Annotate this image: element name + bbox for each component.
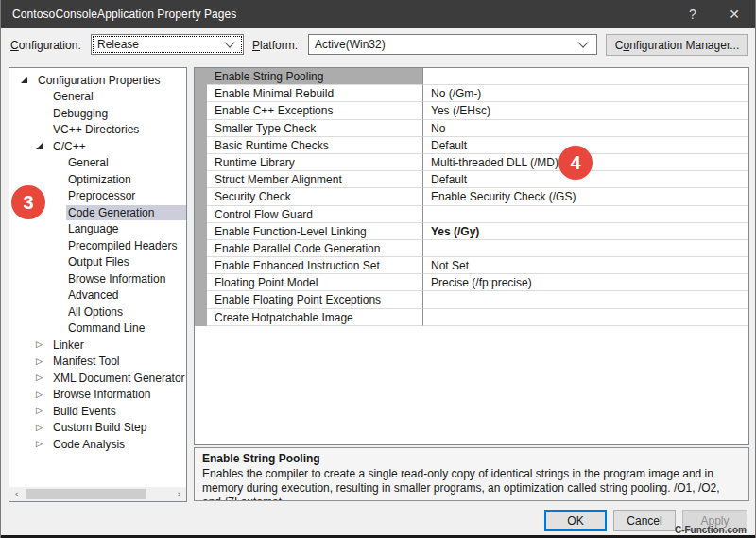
tree-item-label: Command Line [66, 321, 186, 336]
expander-expanded-icon[interactable] [21, 77, 36, 83]
tree-item-label: Advanced [66, 287, 186, 303]
tree-item-label: General [51, 89, 186, 104]
tree-item-general[interactable]: General [9, 155, 186, 172]
step-badge-3: 3 [11, 185, 45, 219]
scroll-left-icon[interactable]: ‹ [9, 487, 24, 501]
property-value[interactable] [422, 68, 748, 85]
grid-row-enable-function-level-linking[interactable]: Enable Function-Level LinkingYes (/Gy) [195, 223, 748, 240]
grid-row-control-flow-guard[interactable]: Control Flow Guard [195, 206, 748, 223]
property-name: Create Hotpatchable Image [195, 309, 422, 326]
property-value[interactable]: Precise (/fp:precise) [422, 274, 748, 291]
configuration-tree-panel: Configuration PropertiesGeneralDebugging… [9, 67, 187, 502]
grid-row-basic-runtime-checks[interactable]: Basic Runtime ChecksDefault [195, 137, 748, 154]
expander-collapsed-icon[interactable]: ▷ [36, 340, 51, 349]
expander-collapsed-icon[interactable]: ▷ [36, 440, 51, 448]
grid-left-margin [195, 68, 207, 326]
tree-item-optimization[interactable]: Optimization [9, 171, 186, 188]
tree-item-label: Preprocessor [66, 188, 186, 203]
expander-collapsed-icon[interactable]: ▷ [36, 373, 51, 382]
tree-item-label: Manifest Tool [51, 354, 186, 369]
tree-item-label: Optimization [66, 172, 186, 187]
tree-item-xml-document-generator[interactable]: ▷XML Document Generator [9, 370, 186, 387]
configuration-manager-button[interactable]: Configuration Manager... [606, 34, 748, 56]
tree-item-general[interactable]: General [9, 89, 186, 106]
tree-horizontal-scrollbar[interactable]: ‹ › [9, 487, 186, 501]
cancel-button[interactable]: Cancel [613, 510, 676, 531]
property-name: Basic Runtime Checks [195, 137, 422, 154]
grid-row-floating-point-model[interactable]: Floating Point ModelPrecise (/fp:precise… [195, 274, 748, 291]
property-name: Enable Floating Point Exceptions [195, 291, 422, 308]
tree-item-browse-information[interactable]: ▷Browse Information [9, 387, 186, 404]
tree-item-label: Custom Build Step [51, 420, 186, 435]
property-name: Security Check [195, 188, 422, 205]
tree-item-custom-build-step[interactable]: ▷Custom Build Step [9, 420, 186, 437]
property-name: Enable String Pooling [195, 68, 422, 85]
grid-row-create-hotpatchable-image[interactable]: Create Hotpatchable Image [195, 309, 748, 326]
tree-item-vc-directories[interactable]: VC++ Directories [9, 122, 186, 139]
help-icon[interactable]: ? [672, 0, 713, 28]
property-name: Control Flow Guard [195, 206, 422, 223]
grid-row-enable-minimal-rebuild[interactable]: Enable Minimal RebuildNo (/Gm-) [195, 85, 748, 102]
grid-row-enable-c-exceptions[interactable]: Enable C++ ExceptionsYes (/EHsc) [195, 102, 748, 119]
grid-row-enable-parallel-code-generation[interactable]: Enable Parallel Code Generation [195, 240, 748, 257]
tree-item-browse-information[interactable]: Browse Information [9, 270, 186, 287]
tree-item-label: Browse Information [51, 387, 186, 402]
configuration-value: Release [97, 38, 220, 51]
description-title: Enable String Pooling [202, 452, 741, 465]
grid-row-enable-enhanced-instruction-set[interactable]: Enable Enhanced Instruction SetNot Set [195, 257, 748, 274]
property-value[interactable]: Yes (/Gy) [422, 223, 748, 240]
property-name: Enable Function-Level Linking [195, 223, 422, 240]
tree-item-output-files[interactable]: Output Files [9, 254, 186, 271]
tree-item-build-events[interactable]: ▷Build Events [9, 403, 186, 420]
property-pages-dialog: ContosoConsoleApplication Property Pages… [0, 0, 756, 538]
tree-item-precompiled-headers[interactable]: Precompiled Headers [9, 237, 186, 254]
property-value[interactable] [422, 206, 748, 223]
expander-expanded-icon[interactable] [36, 143, 51, 149]
tree-item-all-options[interactable]: All Options [9, 304, 186, 321]
property-name: Enable Parallel Code Generation [195, 240, 422, 257]
grid-row-enable-string-pooling[interactable]: Enable String Pooling [195, 68, 748, 85]
property-value[interactable] [422, 309, 748, 326]
tree-item-linker[interactable]: ▷Linker [9, 337, 186, 354]
expander-collapsed-icon[interactable]: ▷ [36, 390, 51, 399]
tree-item-configuration-properties[interactable]: Configuration Properties [9, 72, 186, 89]
property-value[interactable]: Yes (/EHsc) [422, 102, 748, 119]
close-icon[interactable]: ✕ [713, 0, 755, 28]
scrollbar-thumb[interactable] [26, 489, 146, 499]
tree-item-label: Build Events [51, 404, 186, 419]
property-value[interactable] [422, 240, 748, 257]
property-value[interactable]: No [422, 120, 748, 137]
ok-button[interactable]: OK [544, 510, 607, 531]
property-value[interactable]: Not Set [422, 257, 748, 274]
grid-row-enable-floating-point-exceptions[interactable]: Enable Floating Point Exceptions [195, 291, 748, 308]
grid-row-runtime-library[interactable]: Runtime LibraryMulti-threaded DLL (/MD) [195, 154, 748, 171]
tree-item-language[interactable]: Language [9, 221, 186, 238]
tree: Configuration PropertiesGeneralDebugging… [9, 68, 186, 453]
tree-item-code-analysis[interactable]: ▷Code Analysis [9, 436, 186, 453]
tree-item-label: General [66, 155, 186, 170]
tree-item-manifest-tool[interactable]: ▷Manifest Tool [9, 354, 186, 371]
property-value[interactable] [422, 291, 748, 308]
watermark: C-Function.com [675, 525, 747, 535]
platform-dropdown[interactable]: Active(Win32) [308, 34, 597, 55]
property-name: Floating Point Model [195, 274, 422, 291]
grid-row-smaller-type-check[interactable]: Smaller Type CheckNo [195, 120, 748, 137]
property-value[interactable]: No (/Gm-) [422, 85, 748, 102]
scroll-right-icon[interactable]: › [172, 487, 186, 501]
grid-row-struct-member-alignment[interactable]: Struct Member AlignmentDefault [195, 171, 748, 188]
tree-item-label: Linker [51, 338, 186, 353]
property-name: Enable Minimal Rebuild [195, 85, 422, 102]
configuration-dropdown[interactable]: Release [91, 34, 244, 55]
grid-row-security-check[interactable]: Security CheckEnable Security Check (/GS… [195, 188, 748, 205]
platform-label: Platform: [252, 39, 298, 52]
expander-collapsed-icon[interactable]: ▷ [36, 357, 51, 366]
tree-item-debugging[interactable]: Debugging [9, 105, 186, 122]
tree-item-label: Code Analysis [51, 437, 186, 452]
tree-item-c-c-[interactable]: C/C++ [9, 138, 186, 155]
tree-item-label: Code Generation [66, 205, 186, 220]
expander-collapsed-icon[interactable]: ▷ [36, 424, 51, 432]
tree-item-command-line[interactable]: Command Line [9, 321, 186, 338]
expander-collapsed-icon[interactable]: ▷ [36, 407, 51, 415]
tree-item-advanced[interactable]: Advanced [9, 287, 186, 304]
property-value[interactable]: Enable Security Check (/GS) [422, 188, 748, 205]
